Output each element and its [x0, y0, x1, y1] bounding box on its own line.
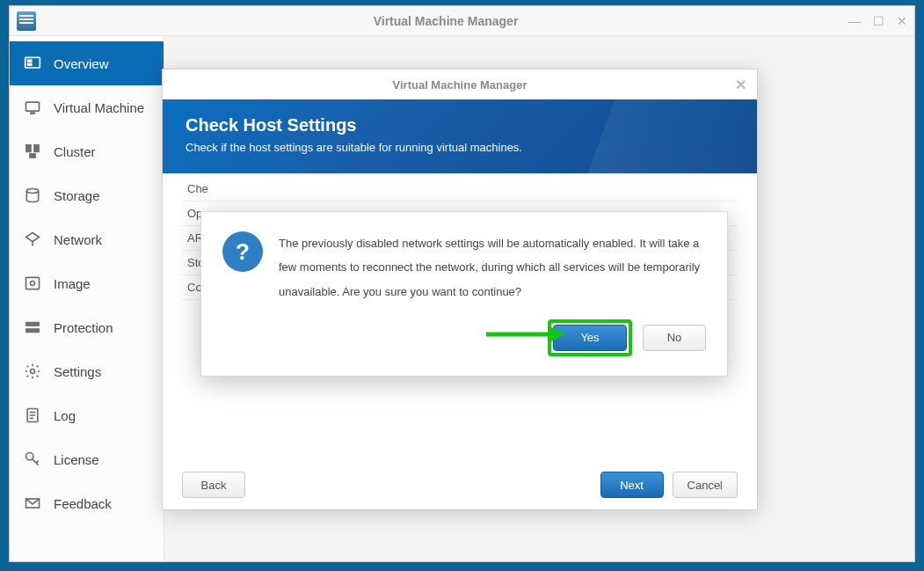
- wizard-close-icon[interactable]: ✕: [735, 77, 746, 93]
- back-button[interactable]: Back: [182, 472, 245, 498]
- sidebar-item-settings[interactable]: Settings: [10, 349, 164, 393]
- svg-rect-6: [34, 145, 40, 152]
- svg-marker-18: [551, 327, 565, 341]
- sidebar-item-label: Settings: [54, 364, 101, 379]
- sidebar-item-label: Overview: [54, 56, 109, 71]
- gear-icon: [24, 362, 41, 380]
- svg-rect-4: [31, 113, 35, 114]
- overview-icon: [24, 55, 41, 72]
- wizard-heading: Check Host Settings: [186, 115, 734, 135]
- storage-icon: [24, 187, 41, 204]
- next-button[interactable]: Next: [600, 472, 664, 498]
- wizard-titlebar: Virtual Machine Manager ✕: [163, 70, 757, 99]
- confirm-actions: Yes No: [222, 319, 706, 356]
- svg-rect-5: [26, 145, 32, 152]
- sidebar: Overview Virtual Machine Cluster Storage…: [10, 36, 164, 561]
- check-row: Che: [182, 177, 738, 201]
- svg-rect-12: [26, 329, 40, 333]
- sidebar-item-image[interactable]: Image: [10, 261, 164, 305]
- window-title: Virtual Machine Manager: [43, 14, 848, 28]
- image-icon: [24, 275, 41, 292]
- close-icon[interactable]: ✕: [897, 14, 907, 28]
- confirm-body: ? The previously disabled network settin…: [222, 231, 706, 304]
- minimize-icon[interactable]: —: [848, 14, 861, 28]
- cancel-button[interactable]: Cancel: [673, 472, 738, 498]
- confirm-dialog: ? The previously disabled network settin…: [200, 211, 728, 377]
- svg-rect-3: [26, 102, 40, 111]
- sidebar-item-overview[interactable]: Overview: [10, 41, 164, 85]
- log-icon: [24, 406, 41, 424]
- sidebar-item-label: Log: [54, 408, 76, 423]
- titlebar: Virtual Machine Manager — ☐ ✕: [10, 6, 914, 36]
- svg-point-13: [31, 370, 35, 374]
- svg-rect-0: [25, 57, 40, 68]
- sidebar-item-label: Network: [54, 232, 102, 247]
- sidebar-item-protection[interactable]: Protection: [10, 305, 164, 349]
- svg-point-10: [31, 282, 35, 286]
- app-icon: [17, 11, 36, 31]
- envelope-icon: [24, 494, 41, 512]
- vm-icon: [24, 99, 41, 116]
- maximize-icon[interactable]: ☐: [873, 14, 884, 28]
- window-controls: — ☐ ✕: [848, 14, 907, 28]
- sidebar-item-virtual-machine[interactable]: Virtual Machine: [10, 85, 164, 129]
- svg-rect-1: [27, 60, 32, 62]
- sidebar-item-label: Storage: [54, 188, 100, 203]
- sidebar-item-label: Virtual Machine: [54, 100, 144, 115]
- question-icon: ?: [222, 231, 263, 272]
- sidebar-item-label: License: [54, 452, 99, 467]
- sidebar-item-label: Protection: [54, 320, 113, 335]
- network-icon: [24, 231, 41, 248]
- svg-rect-2: [27, 63, 32, 66]
- svg-rect-11: [26, 322, 40, 326]
- sidebar-item-cluster[interactable]: Cluster: [10, 129, 164, 173]
- confirm-text: The previously disabled network settings…: [279, 231, 706, 304]
- sidebar-item-label: Feedback: [54, 496, 112, 511]
- wizard-subheading: Check if the host settings are suitable …: [186, 141, 734, 154]
- protection-icon: [24, 318, 41, 336]
- sidebar-item-network[interactable]: Network: [10, 217, 164, 261]
- svg-rect-9: [26, 277, 40, 289]
- sidebar-item-label: Cluster: [54, 144, 96, 159]
- sidebar-item-log[interactable]: Log: [10, 393, 164, 437]
- svg-rect-7: [30, 154, 36, 158]
- svg-point-8: [26, 189, 38, 194]
- wizard-footer: Back Next Cancel: [163, 460, 757, 509]
- no-button[interactable]: No: [643, 325, 706, 351]
- sidebar-item-license[interactable]: License: [10, 437, 164, 481]
- sidebar-item-storage[interactable]: Storage: [10, 173, 164, 217]
- wizard-title-text: Virtual Machine Manager: [393, 78, 527, 92]
- sidebar-item-feedback[interactable]: Feedback: [10, 481, 164, 525]
- wizard-header: Check Host Settings Check if the host se…: [163, 99, 757, 173]
- cluster-icon: [24, 143, 41, 160]
- sidebar-item-label: Image: [54, 276, 91, 291]
- key-icon: [24, 450, 41, 468]
- annotation-arrow: [486, 326, 565, 347]
